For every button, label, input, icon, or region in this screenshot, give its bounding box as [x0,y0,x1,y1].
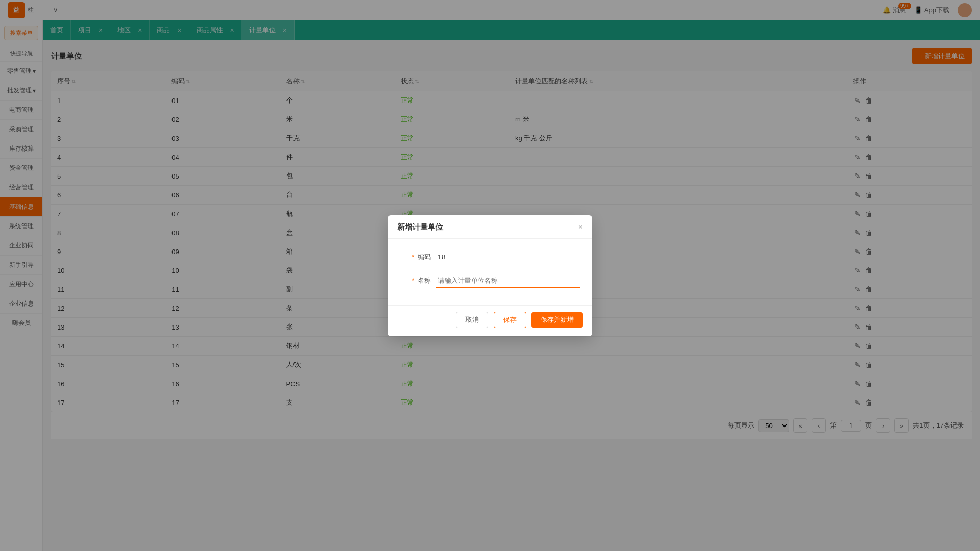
code-label: * 编码 [400,253,431,262]
required-star-name: * [412,277,414,284]
modal-footer: 取消 保存 保存并新增 [388,305,592,336]
name-label: * 名称 [400,276,431,285]
modal-header: 新增计量单位 × [388,215,592,239]
cancel-button[interactable]: 取消 [456,312,488,328]
modal-overlay[interactable]: 新增计量单位 × * 编码 * 名称 取消 保存 保存并新增 [0,0,980,551]
save-button[interactable]: 保存 [494,312,526,328]
form-row-code: * 编码 [400,250,580,264]
code-input[interactable] [436,250,580,264]
add-unit-modal: 新增计量单位 × * 编码 * 名称 取消 保存 保存并新增 [388,215,592,336]
required-star-code: * [412,253,414,261]
modal-body: * 编码 * 名称 [388,239,592,305]
name-input[interactable] [436,273,580,288]
save-and-new-button[interactable]: 保存并新增 [531,312,583,328]
modal-title: 新增计量单位 [397,222,443,232]
modal-close-button[interactable]: × [578,222,583,232]
form-row-name: * 名称 [400,273,580,288]
